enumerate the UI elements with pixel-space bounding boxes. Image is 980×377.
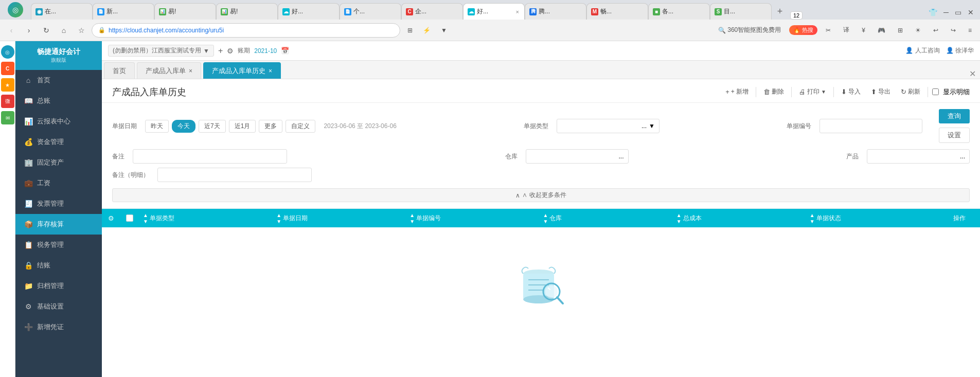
layout-button[interactable]: ⊞ <box>894 25 907 36</box>
sidebar-item-new-bill[interactable]: ➕ 新增凭证 <box>15 317 102 337</box>
add-company-button[interactable]: + <box>218 46 223 56</box>
ext-icon-4[interactable]: 微 <box>1 95 14 108</box>
translate-button[interactable]: 译 <box>839 24 853 37</box>
more-button[interactable]: ≡ <box>964 25 976 36</box>
restore-icon[interactable]: ▭ <box>953 7 964 17</box>
sidebar-header[interactable]: 畅捷通好会计 旗舰版 <box>15 41 102 70</box>
tab-目[interactable]: S 目... <box>710 3 772 20</box>
add-button[interactable]: + + 新增 <box>722 85 752 98</box>
tab-腾[interactable]: 腾 腾... <box>525 3 586 20</box>
sidebar-item-ledger[interactable]: 📖 总账 <box>15 91 102 111</box>
sidebar-item-settings[interactable]: ⚙ 基础设置 <box>15 296 102 317</box>
tab-home[interactable]: 首页 <box>104 62 135 79</box>
history-forward-button[interactable]: ↪ <box>947 25 960 36</box>
sidebar-item-fund[interactable]: 💰 资金管理 <box>15 132 102 152</box>
lightning-button[interactable]: ⚡ <box>419 25 435 36</box>
home-button[interactable]: ⌂ <box>57 23 71 38</box>
th-type[interactable]: ▲▼ 单据类型 <box>139 212 272 224</box>
refresh-button[interactable]: ↻ 刷新 <box>898 85 923 98</box>
ext-icon-2[interactable]: C <box>1 62 14 75</box>
sidebar-item-payroll[interactable]: 💼 工资 <box>15 173 102 193</box>
panel-close-button[interactable]: ✕ <box>969 69 976 79</box>
sidebar-item-inventory[interactable]: 📦 库存核算 <box>15 214 102 235</box>
date-btn-custom[interactable]: 自定义 <box>286 120 315 133</box>
table-select-all[interactable] <box>120 214 139 222</box>
date-btn-yesterday[interactable]: 昨天 <box>145 120 169 133</box>
tab-inventory-history-close[interactable]: × <box>269 67 272 75</box>
date-btn-today[interactable]: 今天 <box>172 120 195 133</box>
export-button[interactable]: ⬆ 导出 <box>868 85 894 98</box>
company-select[interactable]: (勿删勿禁用）江西服宝测试专用 ▼ <box>108 45 214 57</box>
close-window-icon[interactable]: ✕ <box>966 7 976 17</box>
currency-button[interactable]: ¥ <box>858 25 869 36</box>
tab-企[interactable]: C 企... <box>401 3 463 20</box>
note-detail-input[interactable] <box>157 168 312 182</box>
tab-易1[interactable]: 📊 易! <box>154 3 216 20</box>
table-settings-icon[interactable]: ⚙ <box>102 214 120 222</box>
show-detail-checkbox[interactable] <box>932 88 939 95</box>
tab-畅[interactable]: M 畅... <box>586 3 648 20</box>
theme-button[interactable]: ☀ <box>911 25 925 36</box>
browser-logo[interactable]: ◎ <box>8 2 23 17</box>
address-input[interactable]: 🔒 https://cloud.chanjet.com/accounting/u… <box>92 23 400 38</box>
tab-inventory-list[interactable]: 产成品入库单 × <box>137 62 201 79</box>
sidebar-item-home[interactable]: ⌂ 首页 <box>15 70 102 91</box>
calendar-icon[interactable]: 📅 <box>281 47 289 55</box>
th-status[interactable]: ▲▼ 单据状态 <box>806 212 939 224</box>
hot-search[interactable]: 🔥 热搜 <box>789 25 817 35</box>
search-box[interactable]: 🔍 360智能抠图免费用 <box>714 24 785 37</box>
delete-button[interactable]: 🗑 删除 <box>760 85 787 98</box>
tab-close-好2[interactable]: × <box>515 9 520 15</box>
scissors-button[interactable]: ✂ <box>822 25 835 36</box>
ext-icon-5[interactable]: ✉ <box>1 111 14 124</box>
back-button[interactable]: ‹ <box>4 23 19 38</box>
sidebar-item-report[interactable]: 📊 云报表中心 <box>15 111 102 132</box>
tab-好2[interactable]: ☁ 好... × <box>463 3 525 20</box>
tab-count[interactable]: 12 <box>790 11 803 20</box>
user-service-button[interactable]: 👤 人工咨询 <box>905 46 939 55</box>
ext-icon-1[interactable]: ◎ <box>1 45 14 59</box>
tab-各[interactable]: ■ 各... <box>648 3 710 20</box>
refresh-button[interactable]: ↻ <box>39 23 54 38</box>
tab-inventory-history[interactable]: 产成品入库单历史 × <box>203 62 281 79</box>
query-button[interactable]: 查询 <box>939 109 970 123</box>
dropdown-button[interactable]: ▼ <box>437 25 451 36</box>
tab-新[interactable]: 📄 新... <box>93 3 154 20</box>
user-avatar[interactable]: 👤 徐泽华 <box>946 46 974 55</box>
date-btn-more[interactable]: 更多 <box>259 120 282 133</box>
tab-个[interactable]: 📄 个... <box>340 3 401 20</box>
sidebar-item-archive[interactable]: 📁 归档管理 <box>15 276 102 296</box>
type-filter-select[interactable]: ... ▼ <box>557 119 660 133</box>
ext-icon-3[interactable]: ★ <box>1 78 14 92</box>
sidebar-item-close[interactable]: 🔒 结账 <box>15 255 102 276</box>
select-all-checkbox[interactable] <box>126 214 133 222</box>
minimize-icon[interactable]: ─ <box>941 7 951 17</box>
print-button[interactable]: 🖨 打印 ▼ <box>796 85 829 98</box>
th-warehouse[interactable]: ▲▼ 仓库 <box>539 212 672 224</box>
date-btn-7days[interactable]: 近7天 <box>199 120 226 133</box>
import-button[interactable]: ⬇ 导入 <box>838 85 864 98</box>
sidebar-item-asset[interactable]: 🏢 固定资产 <box>15 152 102 173</box>
tab-在[interactable]: ◉ 在... <box>31 3 93 20</box>
tab-易2[interactable]: 📊 易! <box>216 3 278 20</box>
collapse-button[interactable]: ∧ ∧ 收起更多条件 <box>112 188 970 202</box>
note-filter-input[interactable] <box>133 149 287 164</box>
favorite-button[interactable]: ☆ <box>74 23 88 38</box>
set-button[interactable]: 设置 <box>939 128 970 143</box>
game-button[interactable]: 🎮 <box>874 25 889 36</box>
forward-button[interactable]: › <box>22 23 36 38</box>
period-value[interactable]: 2021-10 <box>254 47 277 55</box>
settings-button[interactable]: ⚙ <box>227 47 234 55</box>
date-btn-1month[interactable]: 近1月 <box>229 120 256 133</box>
history-back-button[interactable]: ↩ <box>929 25 942 36</box>
th-date[interactable]: ▲▼ 单据日期 <box>272 212 405 224</box>
number-filter-input[interactable] <box>819 119 922 133</box>
warehouse-filter-select[interactable]: ... <box>526 149 629 164</box>
sidebar-item-tax[interactable]: 📋 税务管理 <box>15 235 102 255</box>
new-tab-button[interactable]: + <box>772 3 788 20</box>
grid-button[interactable]: ⊞ <box>403 25 417 36</box>
tab-inventory-list-close[interactable]: × <box>189 67 192 75</box>
tab-好1[interactable]: ☁ 好... <box>278 3 340 20</box>
sidebar-item-invoice[interactable]: 🧾 发票管理 <box>15 193 102 214</box>
shirt-icon[interactable]: 👕 <box>926 7 939 17</box>
